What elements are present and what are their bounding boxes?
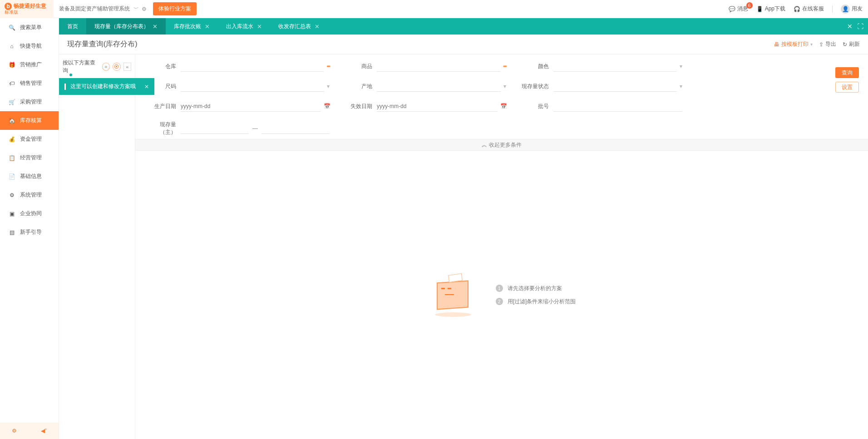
qty-to-input[interactable]: [261, 123, 330, 134]
scheme-settings-button[interactable]: ⦿: [113, 63, 120, 71]
sidebar-item-label: 库存核算: [20, 117, 42, 124]
settings-button[interactable]: 设置: [835, 82, 859, 93]
logo-area[interactable]: b 畅捷通好生意 标准版: [0, 0, 54, 18]
sidebar-item-basic-info[interactable]: 📄基础信息: [0, 167, 59, 186]
tag-icon: 🏷: [8, 80, 15, 87]
link-icon: ▣: [8, 210, 15, 217]
expire-date-input[interactable]: [377, 101, 498, 112]
sidebar-item-business[interactable]: 📋经营管理: [0, 148, 59, 167]
content-area: 按以下方案查询 + ⦿ « ◷ 库存分布 这里可以创建和修改方案哦 ✕: [59, 54, 868, 439]
online-service-link[interactable]: 🎧 在线客服: [794, 5, 824, 13]
sidebar-item-inventory[interactable]: 🏠库存核算: [0, 111, 59, 130]
phone-icon: 📱: [756, 6, 763, 12]
stock-status-input[interactable]: [553, 81, 677, 92]
chevron-down-icon: ﹀: [133, 5, 139, 13]
qty-from-input[interactable]: [181, 123, 249, 134]
app-download-label: App下载: [765, 5, 785, 13]
close-all-tabs-icon[interactable]: ✕: [847, 23, 853, 30]
sidebar-item-label: 新手引导: [20, 228, 42, 236]
collapse-sidebar-icon[interactable]: ◀": [41, 428, 47, 434]
sidebar-item-search-menu[interactable]: 🔍搜索菜单: [0, 18, 59, 37]
color-input[interactable]: [553, 61, 677, 72]
fullscreen-icon[interactable]: ⛶: [857, 23, 863, 30]
more-icon[interactable]: •••: [326, 63, 330, 69]
export-button[interactable]: ⇪导出: [819, 40, 836, 48]
sidebar-item-label: 资金管理: [20, 135, 42, 143]
book-icon: ▤: [8, 229, 15, 236]
query-button[interactable]: 查询: [835, 67, 859, 78]
tab-batch-ledger[interactable]: 库存批次账✕: [166, 18, 218, 35]
batch-input[interactable]: [553, 101, 683, 112]
system-selector[interactable]: 装备及固定资产辅助管理系统 ﹀: [59, 5, 139, 13]
more-icon[interactable]: •••: [503, 63, 506, 69]
filter-label: 生产日期: [144, 103, 181, 110]
close-icon[interactable]: ✕: [257, 23, 262, 30]
close-tip-icon[interactable]: ✕: [144, 84, 149, 90]
chevron-down-icon[interactable]: ▾: [327, 83, 330, 89]
settings-icon[interactable]: ⚙: [12, 428, 17, 434]
chevron-down-icon[interactable]: ▾: [503, 83, 506, 89]
sidebar-item-sales[interactable]: 🏷销售管理: [0, 74, 59, 93]
logo-subtext: 标准版: [5, 9, 54, 15]
headset-icon: 🎧: [794, 6, 800, 12]
sidebar-item-label: 企业协同: [20, 210, 42, 217]
sidebar-item-marketing[interactable]: 🎁营销推广: [0, 55, 59, 74]
app-download-link[interactable]: 📱 App下载: [756, 5, 785, 13]
filter-label: 仓库: [144, 63, 181, 70]
gear-icon[interactable]: ⚙: [142, 6, 147, 12]
step-number-icon: 1: [496, 285, 503, 292]
refresh-button[interactable]: ↻刷新: [843, 40, 860, 48]
export-icon: ⇪: [819, 41, 824, 48]
chevron-down-icon[interactable]: ▾: [680, 83, 682, 89]
sidebar-item-purchase[interactable]: 🛒采购管理: [0, 93, 59, 111]
calendar-icon[interactable]: 📅: [324, 103, 330, 109]
messages-link[interactable]: 💬 消息 6: [729, 5, 748, 13]
print-icon: 🖶: [774, 41, 779, 48]
header-right: 💬 消息 6 📱 App下载 🎧 在线客服 👤 用友: [729, 5, 863, 14]
search-icon: 🔍: [8, 24, 15, 31]
filter-label: 现存量状态: [517, 83, 553, 90]
tabs-bar: 首页 现存量（库存分布表）✕ 库存批次账✕ 出入库流水✕ 收发存汇总表✕ ✕ ⛶: [59, 18, 868, 35]
tab-stock-distribution[interactable]: 现存量（库存分布表）✕: [86, 18, 166, 35]
warehouse-icon: 🏠: [8, 117, 15, 124]
filter-label: 批号: [517, 103, 553, 110]
origin-input[interactable]: [377, 81, 501, 92]
filter-label: 产地: [340, 83, 377, 90]
goods-input[interactable]: [377, 61, 500, 72]
experience-button[interactable]: 体验行业方案: [153, 2, 197, 15]
gift-icon: 🎁: [8, 61, 15, 69]
sidebar-item-label: 经营管理: [20, 154, 42, 162]
collapse-panel-button[interactable]: «: [123, 63, 131, 71]
print-button[interactable]: 🖶按模板打印▾: [774, 40, 813, 48]
add-scheme-button[interactable]: +: [102, 63, 110, 71]
filter-label: 失效日期: [340, 103, 377, 110]
filter-warehouse: 仓库 •••: [144, 61, 330, 72]
tab-summary[interactable]: 收发存汇总表✕: [270, 18, 328, 35]
step-number-icon: 2: [496, 298, 503, 305]
collapse-filters-button[interactable]: ︽ 收起更多条件: [135, 139, 868, 151]
close-icon[interactable]: ✕: [315, 23, 320, 30]
close-icon[interactable]: ✕: [153, 23, 158, 30]
avatar-icon: 👤: [841, 5, 850, 14]
sidebar-item-quick-nav[interactable]: ⌂快捷导航: [0, 37, 59, 55]
tab-inout-flow[interactable]: 出入库流水✕: [218, 18, 270, 35]
calendar-icon[interactable]: 📅: [500, 103, 506, 109]
refresh-icon: ↻: [843, 41, 847, 48]
print-label: 按模板打印: [781, 40, 809, 48]
warehouse-input[interactable]: [181, 61, 324, 72]
filter-origin: 产地 ▾: [340, 81, 506, 92]
empty-step-2: 2用[过滤]条件来缩小分析范围: [496, 298, 576, 306]
prod-date-input[interactable]: [181, 101, 321, 112]
tab-label: 首页: [67, 23, 78, 30]
chevron-down-icon[interactable]: ▾: [680, 63, 682, 69]
sidebar-item-guide[interactable]: ▤新手引导: [0, 223, 59, 242]
sidebar-item-funds[interactable]: 💰资金管理: [0, 130, 59, 148]
tab-home[interactable]: 首页: [59, 18, 86, 35]
filters-grid: 仓库 ••• 商品 ••• 颜色 ▾: [135, 54, 868, 139]
user-menu[interactable]: 👤 用友: [841, 5, 863, 14]
money-icon: 💰: [8, 136, 15, 143]
sidebar-item-collab[interactable]: ▣企业协同: [0, 204, 59, 223]
close-icon[interactable]: ✕: [205, 23, 210, 30]
sidebar-item-system[interactable]: ⚙系统管理: [0, 186, 59, 204]
size-input[interactable]: [181, 81, 324, 92]
